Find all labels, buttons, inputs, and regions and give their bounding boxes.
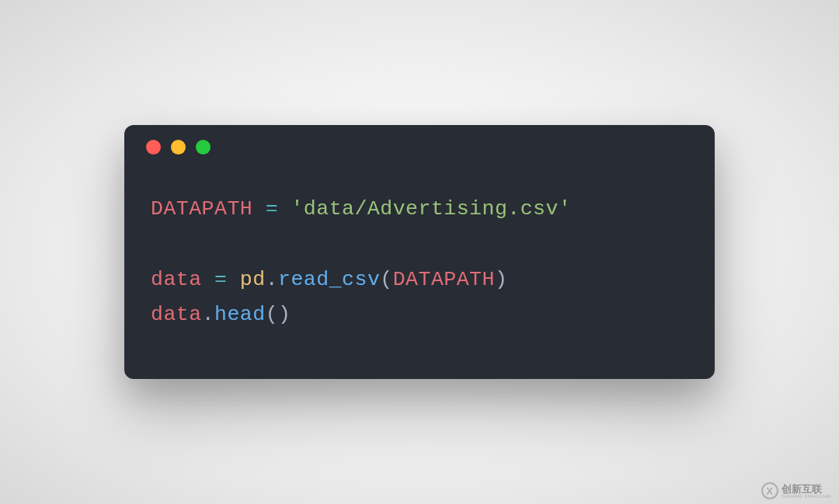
code-token-operator: =	[214, 268, 227, 291]
code-token-constant: DATAPATH	[393, 268, 495, 291]
code-token-operator: =	[266, 197, 278, 221]
minimize-icon[interactable]	[171, 140, 186, 155]
code-token-punct: (	[380, 268, 392, 291]
code-token-punct: ()	[266, 303, 291, 326]
code-token-function: read_csv	[278, 268, 380, 291]
code-token-string: 'data/Advertising.csv'	[291, 197, 571, 221]
code-token-function: head	[214, 303, 266, 326]
code-token-object: pd	[240, 268, 266, 291]
code-window: DATAPATH = 'data/Advertising.csv' data =…	[124, 125, 715, 378]
watermark-text: 创新互联	[782, 484, 831, 494]
code-token-punct: .	[266, 268, 278, 291]
code-token-punct: )	[495, 268, 507, 291]
code-token-constant: DATAPATH	[151, 197, 252, 221]
watermark-subtext: CHUANG XINHULIAN	[782, 494, 831, 499]
close-icon[interactable]	[146, 140, 161, 155]
window-titlebar	[124, 125, 715, 169]
code-token-punct: .	[202, 303, 214, 326]
watermark-logo-icon: X	[761, 482, 778, 499]
code-token-variable: data	[151, 303, 202, 326]
code-token-variable: data	[151, 268, 202, 291]
maximize-icon[interactable]	[196, 140, 211, 155]
watermark: X 创新互联 CHUANG XINHULIAN	[761, 482, 831, 499]
code-content: DATAPATH = 'data/Advertising.csv' data =…	[124, 169, 715, 378]
